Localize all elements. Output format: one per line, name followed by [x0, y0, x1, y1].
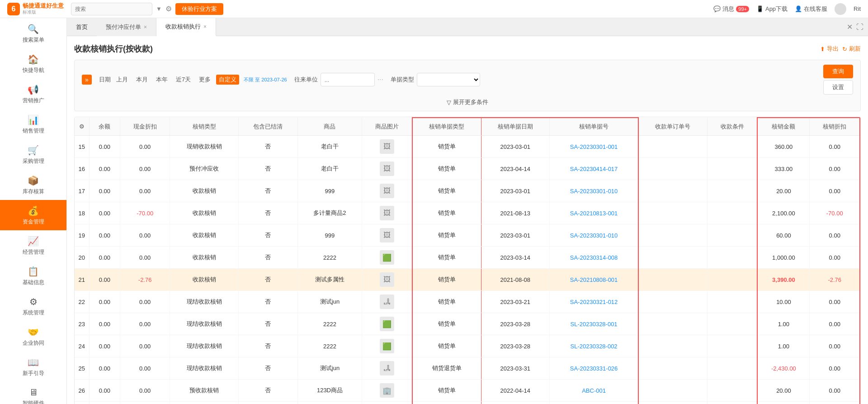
- cell-bill-verify-no[interactable]: SA-20210813-001: [550, 202, 638, 224]
- cell-bill-verify-no[interactable]: SA-20230301-010: [550, 180, 638, 202]
- sidebar-item-sysmanage[interactable]: ⚙ 系统管理: [0, 291, 66, 321]
- sidebar: 🔍 搜索菜单 🏠 快捷导航 📢 营销推广 📊 销售管理 🛒 采购管理 📦 库存核…: [0, 18, 67, 404]
- cell-receipt-cond: [707, 357, 757, 380]
- cell-verify-discount: 0.00: [810, 402, 860, 404]
- filter-date-links: 上月 本月 本年 近7天 更多 自定义: [113, 75, 239, 85]
- app-download-btn[interactable]: 📱 App下载: [756, 5, 788, 13]
- filter-date-7days[interactable]: 近7天: [173, 75, 193, 85]
- cell-verify-type: 现销收款核销: [170, 136, 239, 158]
- cell-balance: 0.00: [89, 158, 120, 180]
- sidebar-item-purchase[interactable]: 🛒 采购管理: [0, 139, 66, 170]
- cell-bill-verify-no[interactable]: SA-20230414-017: [550, 158, 638, 180]
- cell-bill-verify-date: 2023-03-14: [481, 247, 550, 269]
- cell-bill-verify-no[interactable]: SA-20230301-010: [550, 224, 638, 247]
- cell-bill-verify-no[interactable]: SA-20230331-026: [550, 357, 638, 380]
- tab-prepay[interactable]: 预付冲应付单 ×: [97, 18, 156, 36]
- sidebar-item-marketing[interactable]: 📢 营销推广: [0, 79, 66, 109]
- cell-balance: 0.00: [89, 291, 120, 313]
- cell-verify-amount: 20.00: [757, 380, 810, 402]
- sidebar-item-finance[interactable]: 💰 资金管理: [0, 200, 66, 230]
- cell-seq: 15: [75, 136, 89, 158]
- sidebar-item-basicinfo[interactable]: 📋 基础信息: [0, 261, 66, 291]
- page-content: 收款核销执行(按收款) ⬆ 导出 ↻ 刷新 » 日期: [67, 36, 868, 404]
- filter-setting-btn[interactable]: 设置: [823, 80, 853, 95]
- filter-bill-type-select[interactable]: [417, 73, 480, 86]
- filter-date-last-month[interactable]: 上月: [113, 75, 131, 85]
- cell-verify-amount: 1.00: [757, 313, 810, 335]
- sidebar-item-guide[interactable]: 📖 新手引导: [0, 352, 66, 382]
- cell-goods-img: 🟩: [362, 313, 412, 335]
- filter-bar: » 日期 上月 本月 本年 近7天 更多 自定义 不限 至 2023-07-26: [74, 60, 861, 111]
- table-row: 18 0.00 -70.00 收款核销 否 多计量商品2 🖼 销货单 2021-…: [75, 202, 860, 224]
- tab-receipts-close[interactable]: ×: [203, 24, 207, 30]
- industry-btn[interactable]: 休验行业方案: [175, 3, 223, 15]
- logo-icon: 6: [7, 3, 20, 15]
- tab-home[interactable]: 首页: [67, 18, 97, 36]
- filter-from-unit-input[interactable]: [321, 73, 375, 86]
- filter-date-this-year[interactable]: 本年: [153, 75, 170, 85]
- cell-bill-verify-type: 销货退货单: [412, 357, 481, 380]
- filter-collapse-btn[interactable]: »: [82, 75, 92, 85]
- cell-goods: 多计量商品2: [297, 202, 362, 224]
- th-settings[interactable]: ⚙: [75, 118, 89, 136]
- dropdown-icon[interactable]: ▼: [156, 5, 162, 12]
- tab-receipts[interactable]: 收款核销执行 ×: [156, 18, 216, 36]
- sidebar-item-inventory[interactable]: 📦 库存核算: [0, 170, 66, 200]
- cell-receipt-order-no: [638, 313, 707, 335]
- cell-bill-verify-no[interactable]: SA-20230321-012: [550, 291, 638, 313]
- sidebar-item-operations[interactable]: 📈 经营管理: [0, 230, 66, 261]
- sidebar-item-sales[interactable]: 📊 销售管理: [0, 109, 66, 139]
- sidebar-label-search: 搜索菜单: [23, 36, 44, 44]
- sidebar-item-collab[interactable]: 🤝 企业协同: [0, 321, 66, 352]
- cell-receipt-cond: [707, 136, 757, 158]
- refresh-btn[interactable]: ↻ 刷新: [842, 45, 861, 53]
- filter-date-more[interactable]: 更多: [196, 75, 213, 85]
- cell-verify-discount: -70.00: [810, 202, 860, 224]
- export-btn[interactable]: ⬆ 导出: [820, 45, 839, 53]
- page-title: 收款核销执行(按收款): [74, 43, 153, 54]
- cell-bill-verify-date: 2023-03-28: [481, 335, 550, 357]
- cell-cash-discount: 0.00: [120, 247, 170, 269]
- cell-verify-type: 现结收款核销: [170, 291, 239, 313]
- cell-balance: 0.00: [89, 224, 120, 247]
- cell-bill-verify-no[interactable]: SL-20230328-002: [550, 335, 638, 357]
- cell-bill-verify-no[interactable]: SL-20230328-001: [550, 313, 638, 335]
- filter-date-hint: 不限 至 2023-07-26: [244, 76, 287, 83]
- finance-icon: 💰: [28, 205, 39, 216]
- sidebar-item-hardware[interactable]: 🖥 智能硬件: [0, 382, 66, 404]
- tab-fullscreen-icon[interactable]: ⛶: [856, 23, 863, 31]
- online-service-btn[interactable]: 👤 在线客服: [795, 5, 827, 13]
- gear-icon[interactable]: ⚙: [165, 5, 172, 13]
- cell-bill-verify-type: 销货单: [412, 335, 481, 357]
- expand-btn[interactable]: ▽ 展开更多条件: [447, 98, 488, 106]
- sidebar-label-finance: 资金管理: [23, 218, 44, 226]
- cell-bill-verify-date: 2021-08-13: [481, 202, 550, 224]
- query-btn[interactable]: 查询: [823, 65, 853, 78]
- cell-verify-discount: 0.00: [810, 180, 860, 202]
- from-unit-dots: ···: [377, 76, 383, 84]
- cell-bill-verify-no[interactable]: SA-20230314-008: [550, 247, 638, 269]
- sidebar-item-search[interactable]: 🔍 搜索菜单: [0, 18, 66, 48]
- filter-date-this-month[interactable]: 本月: [133, 75, 151, 85]
- tab-close-all-icon[interactable]: ✕: [847, 23, 853, 31]
- cell-bill-verify-no[interactable]: SL-20230408-001: [550, 402, 638, 404]
- filter-date-custom[interactable]: 自定义: [216, 75, 239, 85]
- filter-row-1: » 日期 上月 本月 本年 近7天 更多 自定义 不限 至 2023-07-26: [82, 65, 853, 95]
- cell-bill-verify-no[interactable]: SA-20210808-001: [550, 269, 638, 291]
- cell-bill-verify-type: 销货单: [412, 313, 481, 335]
- table-row: 20 0.00 0.00 收款核销 否 2222 🟩 销货单 2023-03-1…: [75, 247, 860, 269]
- search-input[interactable]: [71, 3, 152, 15]
- tab-prepay-close[interactable]: ×: [144, 24, 147, 30]
- cell-bill-verify-no[interactable]: SA-20230301-001: [550, 136, 638, 158]
- cell-bill-verify-type: 销货单: [412, 402, 481, 404]
- sidebar-item-nav[interactable]: 🏠 快捷导航: [0, 48, 66, 79]
- message-btn[interactable]: 💬 消息 99+: [713, 5, 749, 13]
- cell-goods-img: 🖼: [362, 180, 412, 202]
- cell-goods-img: 🏢: [362, 380, 412, 402]
- cell-verify-type: 收款核销: [170, 247, 239, 269]
- cell-bill-verify-no[interactable]: ABC-001: [550, 380, 638, 402]
- app-icon: 📱: [756, 5, 764, 12]
- tab-receipts-label: 收款核销执行: [165, 23, 201, 31]
- th-balance: 余额: [89, 118, 120, 136]
- cell-receipt-order-no: [638, 402, 707, 404]
